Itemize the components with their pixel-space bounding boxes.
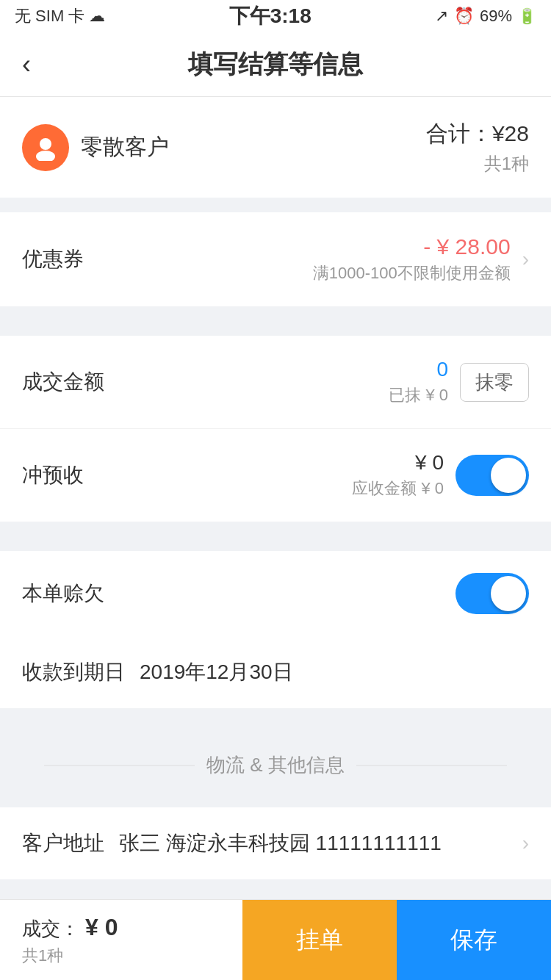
deal-amount-value: 0 [389,358,448,381]
logistics-section-label: 物流 & 其他信息 [0,738,551,793]
alarm-icon: ⏰ [454,7,474,26]
logistics-label: 物流 & 其他信息 [195,752,356,778]
customer-row: 零散客户 合计：¥28 共1种 [0,97,551,198]
debt-right [455,573,529,614]
discount-amount: - ¥ 28.00 [313,234,511,259]
nav-bar: ‹ 填写结算等信息 [0,32,551,97]
total-amount: 合计：¥28 [426,119,529,149]
save-button[interactable]: 保存 [397,900,551,981]
back-button[interactable]: ‹ [22,49,31,80]
debt-label: 本单赊欠 [22,580,104,608]
debt-toggle-knob [491,576,526,611]
divider-1 [0,321,551,336]
bottom-bar: 成交： ¥ 0 共1种 挂单 保存 [0,899,551,980]
deal-section: 成交金额 0 已抹 ¥ 0 抹零 冲预收 ¥ 0 应收金额 ¥ 0 [0,336,551,522]
due-date-row: 收款到期日 2019年12月30日 [0,636,551,708]
prepaid-toggle[interactable] [455,455,529,496]
coupon-label: 优惠券 [22,245,84,273]
deal-amount-label: 成交金额 [22,368,104,396]
page-title: 填写结算等信息 [188,48,363,82]
hold-button[interactable]: 挂单 [242,900,397,981]
customer-name: 零散客户 [81,132,169,162]
status-time: 下午3:18 [229,2,311,30]
prepaid-amount-col: ¥ 0 应收金额 ¥ 0 [352,451,444,500]
bottom-deal-count: 共1种 [22,945,220,967]
coupon-section: 优惠券 - ¥ 28.00 满1000-100不限制使用金额 › [0,212,551,306]
debt-section: 本单赊欠 收款到期日 2019年12月30日 [0,551,551,708]
status-right: ↗ ⏰ 69% 🔋 [435,7,536,26]
prepaid-amount-sub: 应收金额 ¥ 0 [352,478,444,500]
bottom-left: 成交： ¥ 0 共1种 [0,914,242,967]
no-sim-text: 无 SIM 卡 ☁ [15,5,105,27]
prepaid-right: ¥ 0 应收金额 ¥ 0 [352,451,529,500]
deal-amount-col: 0 已抹 ¥ 0 [389,358,448,406]
due-date-label: 收款到期日 [22,658,125,686]
divider-2 [0,536,551,551]
divider-3 [0,723,551,738]
debt-toggle[interactable] [455,573,529,614]
deal-amount-row: 成交金额 0 已抹 ¥ 0 抹零 [0,336,551,429]
prepaid-row: 冲预收 ¥ 0 应收金额 ¥ 0 [0,429,551,522]
bottom-deal-label: 成交： [22,916,79,942]
customer-info-left: 零散客户 [22,124,169,171]
logistics-label-text: 物流 & 其他信息 [206,754,345,776]
due-date-value: 2019年12月30日 [140,658,293,686]
status-bar: 无 SIM 卡 ☁ 下午3:18 ↗ ⏰ 69% 🔋 [0,0,551,32]
svg-point-0 [40,138,51,150]
deal-amount-sub: 已抹 ¥ 0 [389,384,448,406]
round-button[interactable]: 抹零 [460,363,529,402]
bottom-deal-line: 成交： ¥ 0 [22,914,220,942]
address-value: 张三 海淀永丰科技园 11111111111 [119,829,522,857]
deal-amount-right: 0 已抹 ¥ 0 抹零 [389,358,529,406]
location-icon: ↗ [435,7,448,26]
coupon-row[interactable]: 优惠券 - ¥ 28.00 满1000-100不限制使用金额 › [0,212,551,306]
customer-total: 合计：¥28 共1种 [426,119,529,176]
total-count: 共1种 [426,152,529,176]
debt-row: 本单赊欠 [0,551,551,636]
prepaid-label: 冲预收 [22,461,84,489]
address-label: 客户地址 [22,829,104,857]
coupon-right: - ¥ 28.00 满1000-100不限制使用金额 › [313,234,529,284]
coupon-value: - ¥ 28.00 满1000-100不限制使用金额 [313,234,511,284]
address-chevron-icon: › [522,832,529,855]
discount-desc: 满1000-100不限制使用金额 [313,262,511,284]
address-row[interactable]: 客户地址 张三 海淀永丰科技园 11111111111 › [0,807,551,879]
bottom-deal-amount: ¥ 0 [85,914,118,941]
battery-text: 69% [480,7,512,26]
status-left: 无 SIM 卡 ☁ [15,5,105,27]
toggle-knob [491,458,526,493]
content: 零散客户 合计：¥28 共1种 优惠券 - ¥ 28.00 满1000-100不… [0,97,551,980]
chevron-right-icon: › [522,248,529,271]
svg-point-1 [36,151,55,161]
avatar [22,124,69,171]
prepaid-amount-main: ¥ 0 [352,451,444,475]
battery-icon: 🔋 [518,7,536,25]
